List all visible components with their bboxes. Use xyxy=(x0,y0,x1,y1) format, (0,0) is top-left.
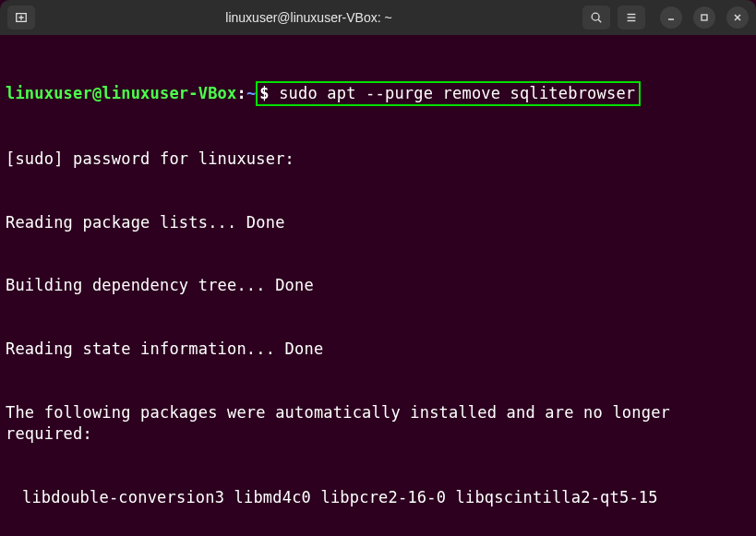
output-line: The following packages were automaticall… xyxy=(6,402,750,445)
output-line: Reading package lists... Done xyxy=(6,212,750,233)
close-button[interactable] xyxy=(726,6,749,29)
output-line: Reading state information... Done xyxy=(6,339,750,360)
command-highlight: $ sudo apt --purge remove sqlitebrowser xyxy=(256,81,641,106)
close-icon xyxy=(733,13,742,22)
new-tab-icon xyxy=(15,11,28,24)
window-title: linuxuser@linuxuser-VBox: ~ xyxy=(42,10,575,25)
prompt-path: ~ xyxy=(246,84,256,102)
maximize-button[interactable] xyxy=(693,6,715,29)
minimize-button[interactable] xyxy=(660,6,682,29)
output-line: libdouble-conversion3 libmd4c0 libpcre2-… xyxy=(6,487,750,508)
output-line: [sudo] password for linuxuser: xyxy=(6,149,750,170)
output-line: Building dependency tree... Done xyxy=(6,275,750,296)
titlebar: linuxuser@linuxuser-VBox: ~ xyxy=(0,0,756,35)
prompt-line-1: linuxuser@linuxuser-VBox:~$ sudo apt --p… xyxy=(6,81,750,106)
menu-button[interactable] xyxy=(618,6,645,30)
prompt-dollar: $ xyxy=(259,84,269,102)
hamburger-icon xyxy=(625,11,638,24)
new-tab-button[interactable] xyxy=(7,6,35,30)
window-controls xyxy=(660,6,749,29)
prompt-user-host: linuxuser@linuxuser-VBox xyxy=(6,84,236,102)
svg-line-4 xyxy=(598,19,601,22)
svg-rect-9 xyxy=(702,15,707,20)
search-icon xyxy=(590,11,603,24)
maximize-icon xyxy=(700,13,709,22)
svg-point-3 xyxy=(592,13,599,20)
minimize-icon xyxy=(666,13,676,22)
search-button[interactable] xyxy=(582,6,610,30)
command-text: sudo apt --purge remove sqlitebrowser xyxy=(270,84,636,102)
prompt-colon: : xyxy=(236,84,246,102)
terminal-body[interactable]: linuxuser@linuxuser-VBox:~$ sudo apt --p… xyxy=(0,35,756,536)
